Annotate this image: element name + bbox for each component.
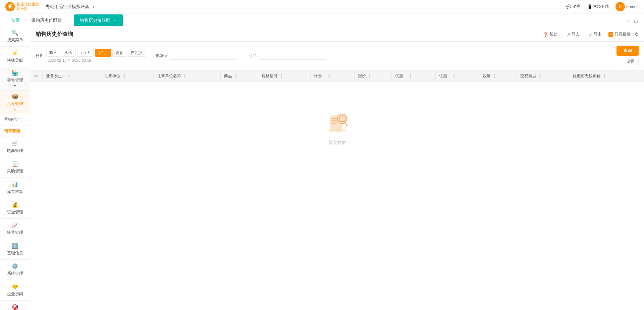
date-btn-custom[interactable]: 自定义 [128,49,146,57]
user-profile[interactable]: D demo2 [615,2,639,11]
empty-icon [324,109,351,136]
only-last-checkbox-icon: ✓ [608,32,613,37]
sidebar-item-quick-nav[interactable]: ⚡ 快捷导航 [0,47,30,67]
date-filter-row: 昨天 今天 近7天 近1月 更多 自定义 2023-02-18 至 2023-0… [46,49,146,63]
user-avatar: D [615,2,625,11]
partner-filter-group: 往来单位 ... [151,52,243,60]
table-header: ⚙ 业务发生... ▲▼ 往来单位 ▲▼ 往来单位名称 ▲▼ [30,70,644,82]
top-header: 畅 畅捷信好生意 标准版 办公用品行业模拟账套 ▼ 💬 消息 📱 App下载 D… [0,0,644,13]
sidebar-item-retail-mgmt[interactable]: 🏪 零售管理 ▼ [0,67,30,91]
search-menu-icon: 🔍 [12,30,18,36]
sidebar-item-operations-mgmt[interactable]: 📈 经营管理 [0,219,30,239]
content-area: 销售历史价查询 ❓ 帮助 ↗ 导入 ↙ 导出 ✓ 只看最后一次 [30,26,644,310]
tab-purchase-history-close[interactable]: × [64,18,68,23]
tab-purchase-history[interactable]: 采购历史价跟踪 × [25,14,74,26]
date-btn-today[interactable]: 今天 [62,49,76,57]
product-filter-label: 商品 [249,53,257,59]
sidebar-item-system-mgmt[interactable]: ⚙️ 系统管理 [0,260,30,280]
app-download-btn[interactable]: 📱 App下载 [587,4,609,9]
logo-icon: 畅 [5,2,15,11]
sort-icon-unit: ▲▼ [328,73,331,79]
help-btn[interactable]: ❓ 帮助 [540,30,560,39]
tab-close-all-icon[interactable]: × [627,18,631,24]
page-header: 销售历史价查询 ❓ 帮助 ↗ 导入 ↙ 导出 ✓ 只看最后一次 [30,26,644,42]
main-layout: 🔍 搜索菜单 ⚡ 快捷导航 🏪 零售管理 ▼ 📦 批发管理 ▲ 营销推广 销售管… [0,26,644,310]
date-filter-group: 日期 昨天 今天 近7天 近1月 更多 自定义 2023-02-18 至 202… [36,49,146,63]
sidebar: 🔍 搜索菜单 ⚡ 快捷导航 🏪 零售管理 ▼ 📦 批发管理 ▲ 营销推广 销售管… [0,26,30,310]
sort-icon-trade-type: ▲▼ [539,73,541,79]
system-mgmt-icon: ⚙️ [12,263,18,269]
date-btn-1month[interactable]: 近1月 [95,49,111,57]
table-col-pretax-price[interactable]: 优惠前无税单价 ▲▼ [569,70,644,82]
settings-button[interactable]: 设置 [622,57,639,66]
app-title[interactable]: 办公用品行业模拟账套 ▼ [46,4,95,10]
sidebar-item-wholesale-mgmt[interactable]: 📦 批发管理 ▲ [0,91,30,114]
tab-sales-history[interactable]: 销售历史价跟踪 × [74,14,123,26]
sidebar-item-marketing[interactable]: 营销推广 [0,114,30,125]
date-filter-label: 日期 [36,53,44,59]
header-right: 💬 消息 📱 App下载 D demo2 [566,2,639,11]
sidebar-item-search-menu[interactable]: 🔍 搜索菜单 [0,26,30,47]
retail-mgmt-icon: 🏪 [12,70,18,76]
data-table: ⚙ 业务发生... ▲▼ 往来单位 ▲▼ 往来单位名称 ▲▼ [30,70,644,82]
sort-icon-pretax-price: ▲▼ [603,73,606,79]
page-header-actions: ❓ 帮助 ↗ 导入 ↙ 导出 ✓ 只看最后一次 [540,30,639,39]
message-icon: 💬 [566,4,571,9]
sort-icon-quantity: ▲▼ [493,73,496,79]
partner-filter-dots[interactable]: ... [240,54,243,58]
sidebar-item-sales-mgmt[interactable]: 销售管理 [0,125,30,137]
table-col-discount1[interactable]: 优惠... ▲▼ [392,70,435,82]
app-dropdown-icon: ▼ [92,5,95,9]
sort-icon-partner-name: ▲▼ [183,73,186,79]
sort-icon-product: ▲▼ [235,73,237,79]
table-col-unit[interactable]: 计量... ▲▼ [311,70,354,82]
date-buttons: 昨天 今天 近7天 近1月 更多 自定义 [46,49,146,57]
import-icon: ↗ [567,32,570,37]
product-filter-dots[interactable]: ... [329,54,332,58]
svg-rect-3 [331,120,338,121]
sidebar-item-purchase-mgmt[interactable]: 📋 采购管理 [0,157,30,178]
sidebar-item-basic-info[interactable]: ℹ️ 基础信息 [0,239,30,260]
message-btn[interactable]: 💬 消息 [566,4,581,9]
empty-text: 暂无数据 [328,140,346,146]
sidebar-item-finance-mgmt[interactable]: 💰 资金管理 [0,198,30,219]
ecommerce-mgmt-icon: 🛒 [12,140,18,147]
logo-area: 畅 畅捷信好生意 标准版 [5,2,39,11]
help-icon: ❓ [543,32,548,37]
table-col-settings[interactable]: ⚙ [30,70,42,82]
sort-icon-discount1: ▲▼ [409,73,412,79]
inventory-icon: 📊 [12,181,18,188]
sidebar-item-new-guide[interactable]: 🎯 新手引导 [0,301,30,310]
tab-home[interactable]: 首页 [5,14,25,26]
sidebar-item-enterprise-collab[interactable]: 🤝 企业协同 [0,280,30,301]
table-col-quantity[interactable]: 数量 ▲▼ [479,70,517,82]
date-range-text: 2023-02-18 至 2023-03-18 [48,58,146,63]
only-last-checkbox-label[interactable]: ✓ 只看最后一次 [608,32,639,37]
table-col-discount2[interactable]: 优惠... ▲▼ [435,70,479,82]
table-col-quote[interactable]: 报价 ▲▼ [354,70,392,82]
export-icon: ↙ [589,32,592,37]
sidebar-item-inventory[interactable]: 📊 库存核算 [0,178,30,198]
partner-filter-label: 往来单位 [151,53,167,59]
table-col-partner-name[interactable]: 往来单位名称 ▲▼ [153,70,221,82]
partner-filter-input[interactable] [170,52,237,60]
tab-sales-history-close[interactable]: × [112,18,117,23]
date-btn-more[interactable]: 更多 [112,49,126,57]
table-col-product[interactable]: 商品 ▲▼ [221,70,258,82]
date-btn-yesterday[interactable]: 昨天 [46,49,60,57]
table-settings-icon[interactable]: ⚙ [34,74,38,79]
product-filter-group: 商品 ... [249,52,332,60]
product-filter-input[interactable] [259,52,326,60]
import-btn[interactable]: ↗ 导入 [564,30,582,39]
table-col-spec[interactable]: 规格型号 ▲▼ [258,70,311,82]
tab-restore-icon[interactable]: ⊡ [633,18,639,24]
tab-bar-actions: × ⊡ [627,18,639,26]
header-left: 畅 畅捷信好生意 标准版 办公用品行业模拟账套 ▼ [5,2,95,11]
search-button[interactable]: 查询 [616,46,639,56]
table-col-business-date[interactable]: 业务发生... ▲▼ [42,70,101,82]
export-btn[interactable]: ↙ 导出 [586,30,604,39]
date-btn-7days[interactable]: 近7天 [77,49,94,57]
table-col-partner-code[interactable]: 往来单位 ▲▼ [101,70,153,82]
table-col-trade-type[interactable]: 交易类型 ▲▼ [517,70,569,82]
sidebar-item-ecommerce-mgmt[interactable]: 🛒 电商管理 [0,137,30,157]
